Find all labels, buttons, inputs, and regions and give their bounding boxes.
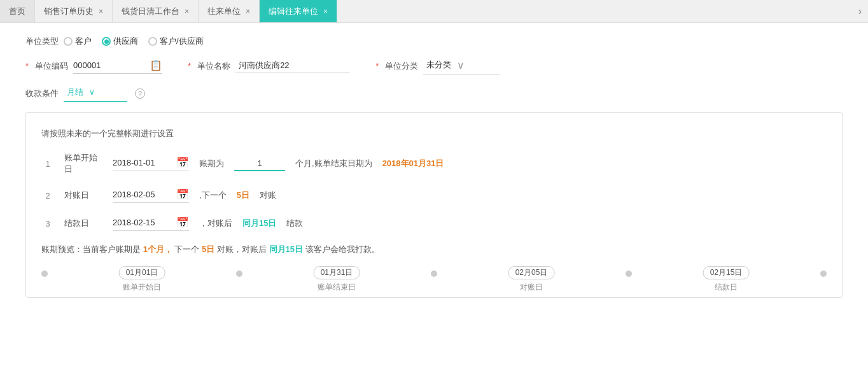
- payment-terms-chevron: ∨: [89, 88, 95, 97]
- unit-type-row: 单位类型 客户 供应商 客户/供应商: [25, 36, 843, 47]
- tl-dot-0: [41, 271, 48, 277]
- tab-partners[interactable]: 往来单位 ×: [199, 0, 260, 22]
- radio-supplier[interactable]: 供应商: [102, 36, 138, 47]
- reconcile-date-input[interactable]: [113, 188, 176, 201]
- preview-middle: 下一个: [174, 244, 199, 254]
- tab-sales-history[interactable]: 销售订单历史 ×: [35, 0, 113, 22]
- tab-cash-workbench[interactable]: 钱货日清工作台 ×: [113, 0, 199, 22]
- close-cash-workbench[interactable]: ×: [185, 7, 189, 16]
- row-num-2: 2: [41, 191, 54, 201]
- radio-customer[interactable]: 客户: [64, 36, 92, 47]
- unit-code-group: * 单位编码 📋: [25, 59, 162, 74]
- close-partners[interactable]: ×: [246, 7, 250, 16]
- reconcile-suffix: 对账: [260, 190, 276, 201]
- tab-more-button[interactable]: ›: [852, 0, 868, 22]
- payment-date-input-wrapper: 📅: [113, 216, 189, 231]
- unit-code-label: 单位编码: [35, 60, 68, 72]
- tl-dot-end: [820, 271, 827, 277]
- unit-category-chevron: ∨: [457, 59, 465, 71]
- payment-terms-group: 收款条件 月结 ∨ ?: [25, 85, 145, 102]
- reconcile-date-calendar-icon[interactable]: 📅: [176, 188, 189, 201]
- row-num-1: 1: [41, 159, 54, 169]
- unit-category-group: * 单位分类 未分类 ∨: [375, 57, 500, 74]
- period-unit-text: 个月,账单结束日期为: [295, 158, 372, 169]
- row-label-3: 结款日: [64, 218, 102, 229]
- unit-name-input[interactable]: [235, 59, 350, 73]
- tl-label-2: 02月05日: [508, 266, 555, 279]
- end-date-highlight: 2018年01月31日: [382, 158, 444, 169]
- preview-highlight3: 同月15日: [269, 244, 303, 254]
- radio-supplier-circle: [102, 37, 111, 46]
- setting-row-3: 3 结款日 📅 ，对账后 同月15日 结款: [41, 216, 827, 231]
- tl-caption-2: 对账日: [520, 282, 543, 293]
- start-date-input-wrapper: 📅: [113, 156, 189, 171]
- unit-name-star: *: [188, 61, 191, 71]
- tl-caption-1: 账单结束日: [318, 282, 356, 293]
- tl-label-0: 01月01日: [119, 266, 165, 279]
- unit-category-star: *: [375, 61, 379, 71]
- main-content: 单位类型 客户 供应商 客户/供应商 * 单位编码: [0, 23, 868, 387]
- radio-customer-label: 客户: [75, 36, 92, 47]
- tl-dot-2: [431, 271, 437, 277]
- tl-label-1: 01月31日: [314, 266, 360, 279]
- preview-section: 账期预览：当前客户账期是 1个月， 下一个 5日 对账，对账后 同月15日 该客…: [41, 244, 827, 255]
- period-input[interactable]: [234, 157, 285, 171]
- radio-customer-circle: [64, 37, 73, 46]
- unit-category-label: 单位分类: [385, 60, 418, 72]
- payment-day-highlight: 同月15日: [242, 218, 276, 229]
- preview-prefix: 账期预览：当前客户账期是: [41, 244, 141, 254]
- unit-name-group: * 单位名称: [188, 59, 350, 73]
- tl-label-3: 02月15日: [703, 266, 750, 279]
- payment-terms-label: 收款条件: [25, 88, 59, 99]
- start-date-input[interactable]: [113, 156, 176, 169]
- payment-date-calendar-icon[interactable]: 📅: [176, 216, 189, 229]
- start-date-calendar-icon[interactable]: 📅: [176, 157, 189, 169]
- card-title: 请按照未来的一个完整帐期进行设置: [41, 128, 827, 139]
- tab-home[interactable]: 首页: [0, 0, 35, 22]
- tl-node-end: [820, 271, 827, 277]
- unit-code-star: *: [25, 61, 29, 71]
- unit-type-radio-group: 客户 供应商 客户/供应商: [64, 36, 204, 47]
- preview-highlight2: 5日: [202, 244, 214, 254]
- unit-code-input-wrapper: 📋: [73, 59, 162, 74]
- reconcile-date-input-wrapper: 📅: [113, 188, 189, 203]
- unit-code-icon[interactable]: 📋: [150, 59, 162, 71]
- payment-terms-row: 收款条件 月结 ∨ ?: [25, 85, 843, 102]
- tl-dot-3: [626, 271, 632, 277]
- tab-edit-partner[interactable]: 编辑往来单位 ×: [260, 0, 337, 22]
- unit-code-input[interactable]: [73, 59, 150, 72]
- settings-card: 请按照未来的一个完整帐期进行设置 1 账单开始日 📅 账期为 个月,账单结束日期…: [25, 112, 843, 298]
- setting-row-2: 2 对账日 📅 ,下一个 5日 对账: [41, 188, 827, 203]
- unit-info-row: * 单位编码 📋 * 单位名称 * 单位分类 未分类 ∨: [25, 57, 843, 74]
- reconcile-prefix: ,下一个: [199, 190, 227, 201]
- reconcile-day-highlight: 5日: [237, 190, 249, 201]
- preview-middle2: 对账，对账后: [217, 244, 267, 254]
- tl-node-3: [626, 271, 632, 277]
- radio-customer-supplier-circle: [148, 37, 157, 46]
- unit-name-label: 单位名称: [197, 60, 230, 72]
- radio-customer-supplier[interactable]: 客户/供应商: [148, 36, 204, 47]
- row-label-1: 账单开始日: [64, 152, 102, 175]
- tab-bar: 首页 销售订单历史 × 钱货日清工作台 × 往来单位 × 编辑往来单位 × ›: [0, 0, 868, 23]
- tl-node-1: [236, 271, 242, 277]
- radio-customer-supplier-label: 客户/供应商: [160, 36, 204, 47]
- preview-highlight1: 1个月，: [143, 244, 172, 254]
- payment-terms-help[interactable]: ?: [135, 88, 145, 99]
- unit-category-select[interactable]: 未分类 ∨: [423, 57, 500, 74]
- row-num-3: 3: [41, 219, 54, 229]
- tl-node-0: [41, 271, 48, 277]
- preview-suffix: 该客户会给我打款。: [305, 244, 380, 254]
- unit-category-value: 未分类: [423, 57, 454, 73]
- tl-dot-1: [236, 271, 242, 277]
- period-label: 账期为: [199, 158, 224, 169]
- close-edit-partner[interactable]: ×: [323, 7, 328, 16]
- unit-type-label: 单位类型: [25, 36, 59, 47]
- payment-terms-select[interactable]: 月结 ∨: [64, 85, 127, 102]
- close-sales-history[interactable]: ×: [99, 7, 103, 16]
- tl-caption-3: 结款日: [715, 282, 738, 293]
- tl-node-2: [431, 271, 437, 277]
- payment-date-input[interactable]: [113, 216, 176, 229]
- row-label-2: 对账日: [64, 190, 102, 201]
- tl-caption-0: 账单开始日: [123, 282, 161, 293]
- setting-row-1: 1 账单开始日 📅 账期为 个月,账单结束日期为 2018年01月31日: [41, 152, 827, 175]
